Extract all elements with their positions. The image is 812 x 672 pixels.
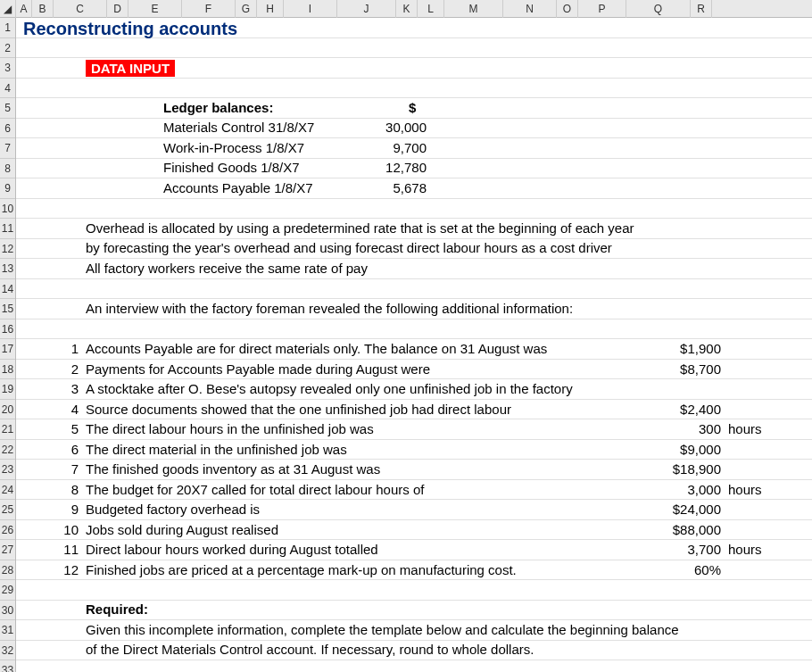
item-text: Jobs sold during August realised [86, 522, 278, 537]
item-text: Finished jobs are priced at a percentage… [86, 562, 517, 577]
item-number: 7 [52, 461, 79, 477]
col-header[interactable]: D [107, 0, 128, 18]
row-header[interactable]: 32 [0, 641, 15, 661]
row-header[interactable]: 3 [0, 58, 15, 79]
row-header[interactable]: 17 [0, 339, 15, 360]
row-header[interactable]: 14 [0, 279, 15, 300]
ledger-label: Materials Control 31/8/X7 [163, 120, 314, 135]
row-header[interactable]: 2 [0, 38, 15, 59]
row-header[interactable]: 4 [0, 79, 15, 99]
item-text: A stocktake after O. Bese's autopsy reve… [86, 381, 573, 396]
col-header[interactable]: F [182, 0, 236, 18]
row-header[interactable]: 28 [0, 560, 15, 581]
item-value: 3,700 [641, 542, 721, 557]
row-header[interactable]: 5 [0, 98, 15, 119]
select-all-corner[interactable]: ◢ [0, 0, 16, 18]
ledger-value: 9,700 [355, 140, 427, 155]
item-value: 300 [641, 421, 721, 436]
row-header[interactable]: 25 [0, 500, 15, 520]
row-header[interactable]: 21 [0, 419, 15, 440]
row-header[interactable]: 23 [0, 460, 15, 480]
interview-text: An interview with the factory foreman re… [86, 301, 573, 316]
item-number: 9 [52, 502, 79, 517]
col-header[interactable]: C [54, 0, 107, 18]
col-header[interactable]: R [691, 0, 712, 18]
item-text: The direct labour hours in the unfinishe… [86, 421, 374, 436]
item-text: Payments for Accounts Payable made durin… [86, 361, 430, 377]
col-header[interactable]: J [337, 0, 396, 18]
col-header[interactable]: E [128, 0, 182, 18]
col-header[interactable]: P [578, 0, 626, 18]
row-header[interactable]: 18 [0, 360, 15, 380]
row-header[interactable]: 27 [0, 540, 15, 560]
row-header[interactable]: 20 [0, 400, 15, 420]
col-header[interactable]: M [444, 0, 503, 18]
item-value: $18,900 [641, 461, 721, 477]
item-unit: hours [728, 482, 762, 497]
row-headers: 1 2 3 4 5 6 7 8 9 10 11 12 13 14 15 16 1… [0, 18, 16, 672]
row-header[interactable]: 29 [0, 580, 15, 601]
ledger-label: Work-in-Process 1/8/X7 [163, 140, 304, 155]
row-header[interactable]: 11 [0, 219, 15, 239]
data-input-badge: DATA INPUT [86, 60, 175, 77]
item-unit: hours [728, 421, 762, 436]
col-header[interactable]: A [16, 0, 32, 18]
ledger-label: Finished Goods 1/8/X7 [163, 160, 300, 175]
col-header[interactable]: B [32, 0, 54, 18]
item-number: 12 [52, 562, 79, 577]
item-number: 4 [52, 402, 79, 417]
item-value: $24,000 [641, 502, 721, 517]
row-header[interactable]: 10 [0, 199, 15, 220]
cell-grid[interactable]: Reconstructing accounts DATA INPUT Ledge… [16, 18, 812, 672]
ledger-value: 5,678 [355, 180, 427, 195]
overhead-text: All factory workers receive the same rat… [86, 261, 368, 276]
row-header[interactable]: 26 [0, 520, 15, 541]
item-value: 3,000 [641, 482, 721, 497]
item-number: 1 [52, 341, 79, 356]
col-header[interactable]: G [236, 0, 257, 18]
row-header[interactable]: 9 [0, 178, 15, 199]
item-number: 6 [52, 442, 79, 457]
item-value: $88,000 [641, 522, 721, 537]
item-value: $9,000 [641, 442, 721, 457]
item-text: Accounts Payable are for direct material… [86, 341, 547, 356]
row-header[interactable]: 24 [0, 480, 15, 501]
col-header[interactable]: K [396, 0, 418, 18]
item-text: Direct labour hours worked during August… [86, 542, 378, 557]
col-header[interactable]: N [503, 0, 557, 18]
row-header[interactable]: 8 [0, 159, 15, 179]
item-text: The direct material in the unfinished jo… [86, 442, 347, 457]
item-number: 2 [52, 361, 79, 377]
row-header[interactable]: 33 [0, 660, 15, 672]
ledger-value: 12,780 [355, 160, 427, 175]
col-header[interactable]: Q [626, 0, 691, 18]
item-value: $2,400 [641, 402, 721, 417]
currency-header: $ [409, 100, 416, 115]
item-text: The finished goods inventory as at 31 Au… [86, 461, 380, 477]
col-header[interactable]: I [284, 0, 337, 18]
row-header[interactable]: 31 [0, 620, 15, 641]
item-value: $1,900 [641, 341, 721, 356]
item-text: Source documents showed that the one unf… [86, 402, 511, 417]
col-header[interactable]: H [257, 0, 284, 18]
item-text: The budget for 20X7 called for total dir… [86, 482, 424, 497]
row-header[interactable]: 7 [0, 138, 15, 159]
item-number: 8 [52, 482, 79, 497]
row-header[interactable]: 19 [0, 379, 15, 400]
col-header[interactable]: L [418, 0, 444, 18]
required-label: Required: [86, 601, 148, 617]
row-header[interactable]: 6 [0, 119, 15, 139]
item-number: 11 [52, 542, 79, 557]
overhead-text: by forecasting the year's overhead and u… [86, 240, 612, 255]
item-value: 60% [641, 562, 721, 577]
column-headers: ◢ A B C D E F G H I J K L M N O P Q R [0, 0, 812, 18]
row-header[interactable]: 30 [0, 601, 15, 621]
row-header[interactable]: 13 [0, 259, 15, 279]
row-header[interactable]: 12 [0, 239, 15, 260]
row-header[interactable]: 22 [0, 440, 15, 460]
row-header[interactable]: 15 [0, 299, 15, 319]
row-header[interactable]: 1 [0, 18, 15, 38]
row-header[interactable]: 16 [0, 319, 15, 340]
ledger-value: 30,000 [355, 120, 427, 135]
col-header[interactable]: O [557, 0, 578, 18]
